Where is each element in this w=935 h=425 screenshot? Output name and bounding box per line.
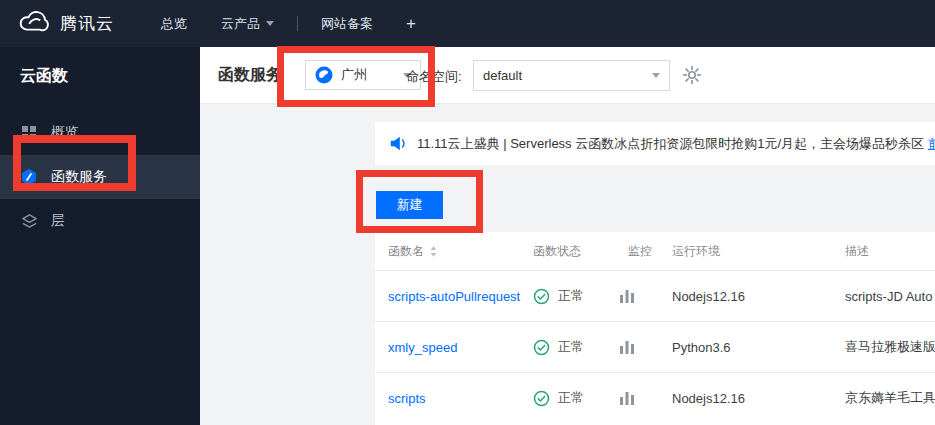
globe-icon	[315, 66, 333, 84]
sidebar-item-function-service[interactable]: 函数服务	[0, 155, 200, 199]
namespace-value: default	[483, 68, 522, 83]
sort-icon[interactable]	[430, 246, 437, 257]
banner-text: 11.11云上盛典 | Serverless 云函数冰点折扣资源包限时抢购1元/…	[417, 135, 924, 153]
status-badge: 正常	[533, 271, 584, 321]
chevron-down-icon	[652, 73, 660, 78]
promo-banner: 11.11云上盛典 | Serverless 云函数冰点折扣资源包限时抢购1元/…	[375, 122, 935, 165]
check-circle-icon	[533, 390, 550, 407]
nav-item-overview[interactable]: 总览	[144, 0, 204, 47]
table-header: 函数名 函数状态 监控 运行环境 描述	[375, 232, 935, 270]
nav-item-products[interactable]: 云产品	[204, 0, 291, 47]
description-value: 喜马拉雅极速版刷	[845, 322, 935, 372]
sidebar-item-label: 概览	[51, 124, 79, 142]
region-value: 广州	[341, 66, 367, 84]
brand-logo[interactable]: 腾讯云	[0, 10, 144, 37]
page-header: 函数服务 广州 命名空间: default	[200, 47, 935, 104]
column-header-monitor: 监控	[628, 232, 652, 270]
gear-icon[interactable]	[682, 65, 702, 85]
function-hexagon-icon	[20, 168, 38, 186]
status-badge: 正常	[533, 373, 584, 423]
topbar: 腾讯云 总览 云产品 网站备案 +	[0, 0, 935, 47]
grid-icon	[20, 124, 38, 142]
function-name-link[interactable]: scripts-autoPullrequest	[388, 289, 520, 304]
namespace-selector[interactable]: default	[473, 60, 670, 91]
topbar-nav: 总览 云产品 网站备案 +	[144, 0, 432, 47]
table-row: xmly_speed 正常 Python3.6 喜马拉雅极速版刷	[375, 321, 935, 372]
table-row: scripts-autoPullrequest 正常 Nodejs12.16	[375, 270, 935, 321]
runtime-value: Python3.6	[672, 322, 731, 372]
sidebar-item-overview[interactable]: 概览	[0, 111, 200, 155]
runtime-value: Nodejs12.16	[672, 271, 745, 321]
tencent-cloud-console: 腾讯云 总览 云产品 网站备案 + 云函数	[0, 0, 935, 425]
bar-chart-icon[interactable]	[619, 373, 635, 423]
bar-chart-icon[interactable]	[619, 322, 635, 372]
sidebar-item-label: 函数服务	[51, 168, 107, 186]
description-value: scripts-JD Auto P	[845, 271, 935, 321]
brand-name: 腾讯云	[60, 12, 114, 35]
sidebar: 云函数 概览	[0, 47, 200, 425]
runtime-value: Nodejs12.16	[672, 373, 745, 423]
column-header-desc: 描述	[845, 232, 869, 270]
namespace-label: 命名空间:	[406, 68, 462, 86]
layers-icon	[20, 212, 38, 230]
status-badge: 正常	[533, 322, 584, 372]
description-value: 京东薅羊毛工具	[845, 373, 935, 423]
check-circle-icon	[533, 339, 550, 356]
sidebar-title: 云函数	[0, 47, 200, 101]
nav-divider	[297, 16, 298, 31]
page-title: 函数服务	[218, 65, 282, 86]
nav-item-icp[interactable]: 网站备案	[304, 0, 390, 47]
table-row: scripts 正常 Nodejs12.16 京东薅羊毛工具	[375, 372, 935, 423]
chevron-down-icon	[266, 21, 274, 26]
column-header-status: 函数状态	[533, 232, 581, 270]
banner-go-link[interactable]: 前往	[928, 135, 935, 153]
cloud-logo-icon	[17, 10, 50, 37]
region-selector[interactable]: 广州	[305, 60, 421, 90]
create-button[interactable]: 新建	[376, 191, 443, 219]
function-name-link[interactable]: xmly_speed	[388, 340, 457, 355]
column-header-runtime: 运行环境	[672, 232, 720, 270]
sidebar-menu: 概览 函数服务 层	[0, 111, 200, 243]
sidebar-item-layers[interactable]: 层	[0, 199, 200, 243]
nav-add-tab-button[interactable]: +	[390, 14, 432, 34]
function-table: 函数名 函数状态 监控 运行环境 描述 scripts-autoPullrequ…	[375, 232, 935, 425]
sidebar-item-label: 层	[51, 212, 65, 230]
column-header-name: 函数名	[388, 232, 437, 270]
bar-chart-icon[interactable]	[619, 271, 635, 321]
check-circle-icon	[533, 288, 550, 305]
function-name-link[interactable]: scripts	[388, 391, 426, 406]
speaker-icon	[389, 136, 407, 151]
